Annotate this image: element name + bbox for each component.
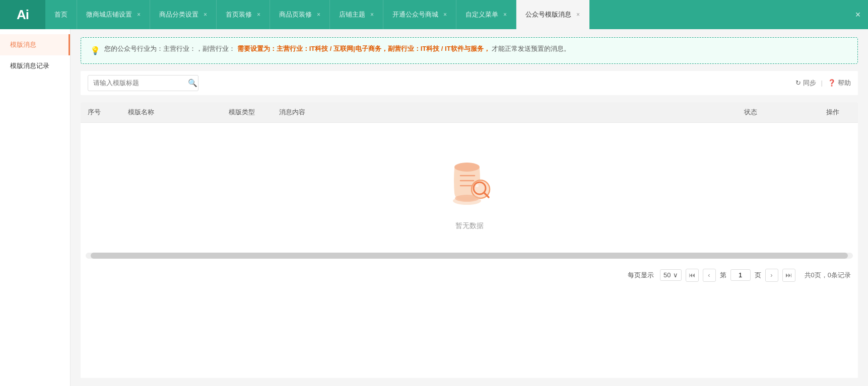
notice-highlight: 需要设置为：主营行业：IT科技 / 互联网|电子商务，副营行业：IT科技 / I… [237,45,490,52]
first-page-button[interactable]: ⏮ [686,269,699,282]
top-navigation: Ai 首页微商城店铺设置×商品分类设置×首页装修×商品页装修×店铺主题×开通公众… [0,0,868,29]
sidebar: 模版消息模版消息记录 [0,29,71,386]
col-content: 消息内容 [272,102,737,123]
horizontal-scrollbar[interactable] [86,253,853,259]
close-tab-icon[interactable]: × [370,11,374,18]
table-body: 暂无数据 [81,122,858,251]
close-tab-icon[interactable]: × [443,11,447,18]
notice-text: 您的公众号行业为：主营行业：，副营行业： 需要设置为：主营行业：IT科技 / 互… [104,44,570,54]
search-input[interactable] [88,76,183,90]
empty-cell: 暂无数据 [81,122,858,251]
help-button[interactable]: ❓ 帮助 [828,79,851,88]
svg-point-9 [455,195,479,202]
sync-button[interactable]: ↻ 同步 [795,79,816,88]
prev-page-button[interactable]: ‹ [703,269,716,282]
nav-tab-product-decor[interactable]: 商品页装修× [270,0,330,29]
notice-banner: 💡 您的公众号行业为：主营行业：，副营行业： 需要设置为：主营行业：IT科技 /… [81,37,858,64]
nav-tab-homepage-decor[interactable]: 首页装修× [217,0,270,29]
close-tab-icon[interactable]: × [503,11,507,18]
empty-illustration [439,153,500,213]
help-icon: ❓ [828,79,836,87]
data-table: 序号 模版名称 模版类型 消息内容 状态 操作 [81,102,858,251]
nav-tab-store-theme[interactable]: 店铺主题× [330,0,383,29]
data-table-wrap: 序号 模版名称 模版类型 消息内容 状态 操作 [81,102,858,378]
col-status: 状态 [737,102,808,123]
toolbar: 🔍 ↻ 同步 | ❓ 帮助 [81,71,858,95]
page-label: 页 [755,271,761,280]
nav-tab-open-mall[interactable]: 开通公众号商城× [383,0,456,29]
chevron-down-icon: ∨ [673,271,678,279]
nav-tab-label: 公众号模版消息 [525,10,571,19]
nav-tab-label: 店铺主题 [339,10,365,19]
per-page-label: 每页显示 [628,271,654,280]
app-logo: Ai [0,0,45,29]
nav-tab-template-msg[interactable]: 公众号模版消息× [516,0,589,29]
per-page-select[interactable]: 50 ∨ [660,269,681,281]
bulb-icon: 💡 [90,44,100,57]
table-header: 序号 模版名称 模版类型 消息内容 状态 操作 [81,102,858,123]
close-all-button[interactable]: × [848,0,868,29]
close-tab-icon[interactable]: × [137,11,141,18]
toolbar-right: ↻ 同步 | ❓ 帮助 [795,79,851,88]
search-button[interactable]: 🔍 [183,75,198,91]
sidebar-item-template-msg-record[interactable]: 模版消息记录 [0,55,70,76]
nav-tab-label: 自定义菜单 [465,10,498,19]
toolbar-divider: | [821,79,823,87]
nav-tabs: 首页微商城店铺设置×商品分类设置×首页装修×商品页装修×店铺主题×开通公众号商城… [45,0,848,29]
main-layout: 模版消息模版消息记录 💡 您的公众号行业为：主营行业：，副营行业： 需要设置为：… [0,29,868,386]
nav-tab-label: 微商城店铺设置 [86,10,132,19]
col-action: 操作 [808,102,858,123]
scrollbar-container[interactable] [81,251,858,265]
close-tab-icon[interactable]: × [317,11,320,18]
search-box: 🔍 [88,75,198,91]
nav-tab-wechat-shop[interactable]: 微商城店铺设置× [77,0,150,29]
nav-tab-label: 商品分类设置 [159,10,198,19]
scrollbar-thumb [91,253,848,259]
sync-icon: ↻ [795,79,801,87]
col-type: 模版类型 [222,102,272,123]
sidebar-item-template-msg[interactable]: 模版消息 [0,34,70,55]
col-seq: 序号 [81,102,121,123]
last-page-button[interactable]: ⏭ [782,269,795,282]
page-input[interactable] [730,269,751,281]
close-tab-icon[interactable]: × [257,11,260,18]
next-page-button[interactable]: › [765,269,778,282]
nav-tab-label: 商品页装修 [279,10,312,19]
nav-tab-label: 开通公众号商城 [392,10,438,19]
nav-tab-label: 首页装修 [226,10,252,19]
pagination: 每页显示 50 ∨ ⏮ ‹ 第 页 › ⏭ 共0页，0条记录 [81,265,858,288]
svg-point-1 [454,163,480,172]
close-tab-icon[interactable]: × [204,11,207,18]
empty-text: 暂无数据 [455,221,484,230]
close-tab-icon[interactable]: × [576,11,580,18]
page-di-label: 第 [720,271,726,280]
content-area: 💡 您的公众号行业为：主营行业：，副营行业： 需要设置为：主营行业：IT科技 /… [71,29,868,386]
total-info: 共0页，0条记录 [805,271,851,280]
nav-tab-custom-menu[interactable]: 自定义菜单× [456,0,516,29]
col-name: 模版名称 [121,102,222,123]
nav-tab-category[interactable]: 商品分类设置× [150,0,217,29]
nav-tab-home[interactable]: 首页 [45,0,77,29]
nav-tab-label: 首页 [54,10,68,19]
svg-point-8 [476,184,479,187]
empty-state: 暂无数据 [81,123,858,251]
